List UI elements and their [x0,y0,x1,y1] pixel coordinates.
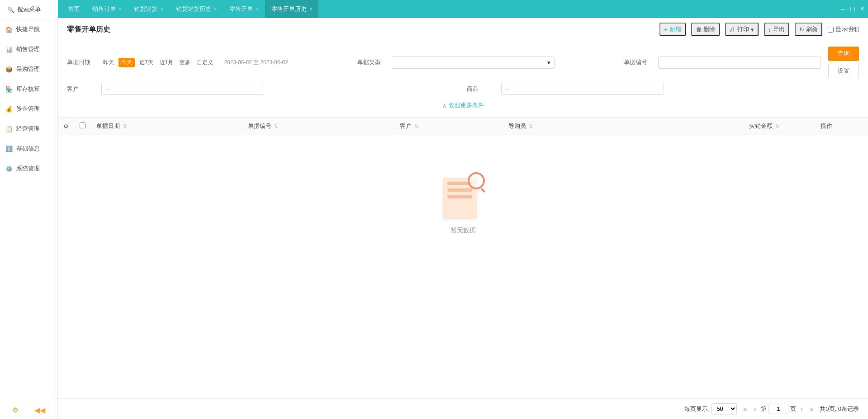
sidebar-item-sales-mgmt[interactable]: 📊 销售管理 [0,39,57,59]
filter-settings-button[interactable]: 设置 [828,64,859,78]
sidebar-item-label: 快捷导航 [16,25,40,33]
th-date[interactable]: 单据日期 ⇅ [91,118,242,135]
sidebar-settings-btn[interactable]: ⚙ [12,406,19,414]
sidebar-item-purchase-mgmt[interactable]: 📦 采购管理 [0,59,57,79]
bill-type-select[interactable]: ▾ [392,56,555,69]
chevron-up-icon: ∧ [442,102,447,109]
customer-dots: ··· [105,85,110,92]
search-icon: 🔍 [7,6,14,13]
export-icon: ↓ [768,26,772,33]
sort-icon: ⇅ [274,123,278,129]
doc-line-2 [447,188,472,192]
tab-label: 零售开单历史 [271,5,307,13]
box-icon: 📦 [5,65,14,74]
report-icon: 📋 [5,124,14,133]
print-button[interactable]: 🖨 打印 ▾ [725,23,759,36]
first-page-btn[interactable]: « [740,405,749,414]
delete-button[interactable]: 🗑 删除 [691,23,720,36]
empty-state: 暂无数据 [58,135,868,271]
sort-icon: ⇅ [529,123,533,129]
tab-close-icon[interactable]: × [119,6,121,12]
delete-icon: 🗑 [696,26,702,33]
maximize-btn[interactable]: □ [850,5,855,13]
add-button[interactable]: + 新增 [659,23,686,36]
sidebar-item-inventory[interactable]: 🏪 库存核算 [0,79,57,99]
page-title: 零售开单历史 [67,25,110,34]
tab-close-icon[interactable]: × [256,6,258,12]
page-word: 第 [761,405,767,413]
sidebar-item-label: 采购管理 [16,65,40,73]
per-page-select[interactable]: 50 10 20 100 [711,403,737,414]
table-body: 暂无数据 [58,135,868,271]
page-summary: 共0页, 0条记录 [820,405,859,413]
bill-no-input[interactable] [658,56,821,69]
sidebar-item-finance[interactable]: 💰 资金管理 [0,99,57,119]
settings-icon: ⚙️ [5,164,14,173]
show-detail-checkbox-label[interactable]: 显示明细 [828,25,859,33]
minimize-btn[interactable]: – [841,5,845,13]
th-checkbox[interactable] [74,118,91,135]
th-guide[interactable]: 导购员 ⇅ [503,118,633,135]
chart-icon: 📊 [5,45,14,54]
export-button[interactable]: ↓ 导出 [764,23,790,36]
th-amount[interactable]: 实销金额 ⇅ [633,118,784,135]
collapse-filter-btn[interactable]: ∧ 收起更多条件 [67,99,859,111]
sidebar-search[interactable]: 🔍 搜索采单 [0,0,57,19]
filter-area: 单据日期 昨天 今天 近7天 近1月 更多 自定义 2023-06-02 至 2… [58,41,868,117]
goods-select[interactable]: ··· [501,83,664,95]
th-bill-no[interactable]: 单据编号 ⇅ [242,118,394,135]
sidebar-item-label: 库存核算 [16,85,40,93]
tab-close-icon[interactable]: × [309,6,312,12]
date-yesterday[interactable]: 昨天 [101,58,116,67]
th-settings[interactable]: ⚙ [58,118,74,135]
show-detail-checkbox[interactable] [828,27,834,33]
tab-close-icon[interactable]: × [160,6,163,12]
prev-page-btn[interactable]: ‹ [751,405,759,414]
goods-dots: ··· [505,85,510,92]
current-page-input[interactable] [768,404,788,414]
select-all-checkbox[interactable] [80,122,85,128]
sort-icon: ⇅ [123,123,127,129]
tabbar-actions: – □ × [841,5,864,13]
tab-sales-order[interactable]: 销售订单 × [86,0,128,18]
sidebar-item-sys-mgmt[interactable]: ⚙️ 系统管理 [0,159,57,179]
sidebar-collapse-btn[interactable]: ◀◀ [34,406,45,414]
query-button[interactable]: 查询 [828,47,859,61]
date-last1m[interactable]: 近1月 [158,58,175,67]
date-shortcuts: 昨天 今天 近7天 近1月 更多 自定义 [101,58,215,67]
date-more[interactable]: 更多 [178,58,192,67]
goods-label: 商品 [467,85,494,93]
tab-home[interactable]: 首页 [62,0,86,18]
sidebar-item-operations[interactable]: 📋 经营管理 [0,119,57,139]
header-actions: + 新增 🗑 删除 🖨 打印 ▾ ↓ 导出 ↻ 刷新 [659,23,859,36]
sidebar-item-basic-info[interactable]: ℹ️ 基础信息 [0,139,57,159]
next-page-btn[interactable]: › [798,405,806,414]
date-today[interactable]: 今天 [119,58,135,67]
last-page-btn[interactable]: » [807,405,816,414]
refresh-button[interactable]: ↻ 刷新 [795,23,822,36]
empty-text: 暂无数据 [451,226,476,235]
tab-close-icon[interactable]: × [214,6,217,12]
customer-select[interactable]: ··· [101,83,264,95]
per-page-label: 每页显示 [684,405,708,413]
date-last7[interactable]: 近7天 [138,58,155,67]
show-detail-label: 显示明细 [835,25,859,33]
tab-retail-open-history[interactable]: 零售开单历史 × [265,0,318,18]
page-header: 零售开单历史 + 新增 🗑 删除 🖨 打印 ▾ ↓ 导出 [58,18,868,41]
th-customer[interactable]: 客户 ⇅ [394,118,503,135]
close-btn[interactable]: × [860,5,864,13]
tab-sales-return[interactable]: 销货退货 × [128,0,169,18]
table-area: ⚙ 单据日期 ⇅ 单据编号 [58,117,868,398]
tab-sales-return-history[interactable]: 销货退货历史 × [170,0,223,18]
empty-illustration [441,171,486,221]
sidebar: 🔍 搜索采单 🏠 快捷导航 📊 销售管理 📦 采购管理 🏪 库存核算 💰 资金管… [0,0,58,419]
sidebar-footer: ⚙ ◀◀ [0,401,57,419]
content-area: 零售开单历史 + 新增 🗑 删除 🖨 打印 ▾ ↓ 导出 [58,18,868,419]
info-icon: ℹ️ [5,144,14,153]
doc-line-3 [447,195,472,198]
date-custom[interactable]: 自定义 [195,58,215,67]
tab-retail-open[interactable]: 零售开单 × [223,0,265,18]
empty-row: 暂无数据 [58,135,868,271]
delete-label: 删除 [703,25,715,33]
sidebar-item-quick-nav[interactable]: 🏠 快捷导航 [0,19,57,39]
